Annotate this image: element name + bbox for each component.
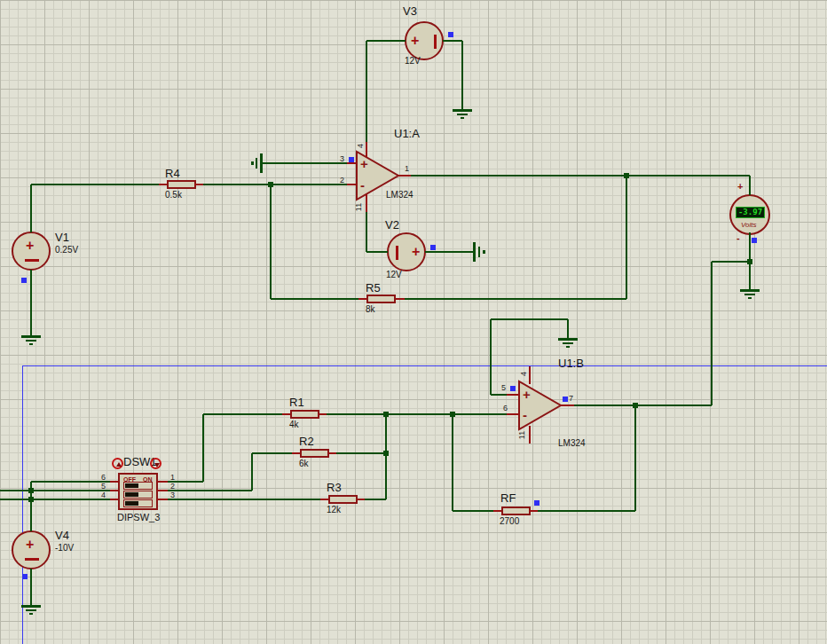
pin-stub (159, 184, 167, 185)
ground-icon (453, 109, 472, 112)
component-value: 12V (405, 57, 421, 66)
wire (411, 175, 750, 177)
wire (327, 413, 507, 415)
ground-icon (457, 114, 468, 115)
junction-dot (268, 182, 273, 187)
wire (31, 481, 110, 483)
voltmeter[interactable]: -3.97 Volts (729, 194, 770, 235)
component-value: 4k (289, 420, 299, 429)
ground-icon (256, 158, 257, 169)
voltmeter-reading: -3.97 (736, 207, 765, 218)
pin-stub (507, 394, 519, 396)
pin-number: 4 (357, 144, 365, 148)
wire (443, 40, 462, 42)
component-ref: V4 (55, 530, 69, 541)
wire (263, 162, 347, 164)
resistor-r4[interactable] (167, 180, 196, 189)
wire (366, 251, 388, 253)
wire (634, 405, 636, 511)
junction-dot (633, 403, 638, 408)
inverting-input-sign: - (360, 178, 365, 192)
terminal-marker (430, 245, 436, 250)
pin-stub (529, 366, 531, 384)
source-v3[interactable]: + (405, 21, 444, 60)
ground-icon (21, 605, 41, 608)
component-ref: R1 (289, 397, 304, 408)
pin-stub (493, 510, 501, 512)
ground-icon (478, 247, 480, 257)
pin-stub (396, 298, 405, 300)
component-ref: V3 (403, 5, 417, 17)
wire (203, 413, 282, 415)
terminal-marker (510, 386, 516, 391)
junction-dot (383, 451, 389, 456)
wire (385, 414, 387, 499)
component-ref: RF (500, 492, 516, 504)
pin-stub (157, 499, 168, 500)
component-value: 12k (327, 506, 341, 514)
resistor-r5[interactable] (366, 295, 396, 303)
pin-stub (282, 413, 290, 415)
resistor-rf[interactable] (501, 507, 531, 515)
wire (366, 212, 367, 252)
wire (168, 499, 320, 500)
pin-stub (328, 452, 336, 454)
pin-stub (507, 413, 519, 415)
inverting-input-sign: - (523, 408, 527, 421)
wire (203, 184, 347, 185)
dip-switch-dsw1[interactable]: OFF ON (118, 473, 158, 510)
switch-slider[interactable] (125, 483, 138, 488)
wire (0, 490, 110, 491)
ground-icon (461, 117, 464, 119)
dip-switch-3[interactable] (123, 499, 153, 507)
junction-dot (28, 497, 34, 502)
component-ref: U1:A (394, 128, 420, 139)
switch-slider[interactable] (125, 501, 138, 506)
plus-sign: + (26, 538, 34, 552)
component-value: 0.5k (165, 191, 182, 200)
wire (336, 452, 386, 454)
component-value: 12V (386, 271, 402, 279)
resistor-r3[interactable] (328, 495, 358, 504)
dip-switch-1[interactable] (123, 482, 153, 490)
wire (749, 176, 751, 195)
pin-stub (157, 490, 168, 491)
pin-stub (292, 452, 300, 454)
pin-stub (110, 499, 118, 500)
wire (168, 481, 203, 483)
resistor-r2[interactable] (300, 449, 329, 458)
ground-icon (740, 289, 760, 292)
schematic-canvas: + V3 12V + V1 0.25V + V2 12V + V4 -10V +… (0, 0, 827, 644)
wire (168, 490, 252, 491)
ground-icon (473, 242, 476, 262)
source-v1[interactable]: + (12, 232, 51, 271)
ground-icon (29, 613, 33, 615)
pin-stub (319, 413, 327, 415)
dip-switch-2[interactable] (123, 491, 153, 499)
source-v2[interactable]: + (387, 232, 426, 271)
ground-icon (251, 161, 254, 165)
dip-actuator-down-button[interactable] (150, 458, 161, 469)
pin-stub (157, 481, 168, 483)
resistor-r1[interactable] (290, 410, 319, 419)
voltmeter-unit: Volts (741, 221, 757, 229)
terminal-marker (22, 574, 28, 579)
terminal-marker (563, 397, 568, 402)
switch-slider[interactable] (125, 492, 138, 497)
wire (251, 453, 253, 491)
wire (711, 262, 713, 405)
wire (0, 499, 110, 500)
wire (30, 270, 32, 335)
pin-stub (357, 499, 365, 500)
wire (270, 185, 272, 299)
minus-terminal-bar (25, 259, 39, 262)
terminal-marker (752, 238, 757, 243)
minus-terminal-bar (396, 246, 398, 260)
dip-actuator-up-button[interactable] (112, 458, 123, 469)
wire (30, 185, 32, 232)
meter-minus-label: - (736, 233, 740, 243)
source-v4[interactable]: + (12, 530, 51, 569)
meter-plus-label: + (737, 182, 743, 192)
ground-icon (29, 343, 33, 345)
pin-stub (366, 142, 367, 157)
